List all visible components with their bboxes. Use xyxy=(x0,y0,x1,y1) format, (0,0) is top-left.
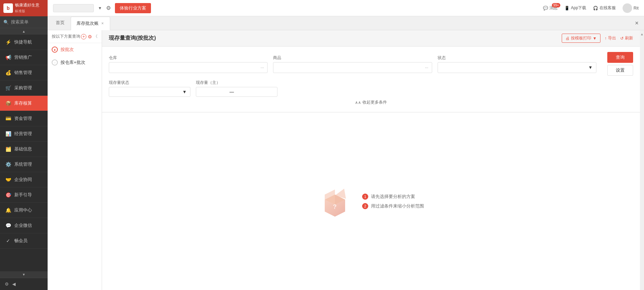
system-icon: ⚙️ xyxy=(5,161,12,168)
messages-button[interactable]: 💬 消息 99+ xyxy=(543,5,558,11)
sidebar-scroll-down[interactable]: ▼ xyxy=(0,271,48,278)
sidebar-item-wechat[interactable]: 💬 企业微信 xyxy=(0,218,48,233)
empty-tip-1: 1 请先选择要分析的方案 xyxy=(362,194,424,200)
sidebar-item-label: 基础信息 xyxy=(14,146,32,152)
add-scheme-icon[interactable]: + xyxy=(81,34,86,39)
sidebar-header: b 畅康通好生意 标准版 xyxy=(0,0,48,16)
left-panel: 按以下方案查询 + ⚙ 《 ● 按批次 ○ 按仓库+批次 xyxy=(48,30,102,290)
sidebar-item-purchase[interactable]: 🛒 采购管理 xyxy=(0,80,48,96)
warehouse-input[interactable]: ··· xyxy=(109,62,268,73)
trial-industry-button[interactable]: 体验行业方案 xyxy=(115,3,151,13)
export-button[interactable]: ↑ 导出 xyxy=(605,35,616,41)
sidebar-item-sales[interactable]: 💰 销售管理 xyxy=(0,65,48,80)
sidebar-nav: ⚡ 快捷导航 📢 营销推广 💰 销售管理 🛒 采购管理 📦 库存核算 💳 资金管… xyxy=(0,35,48,271)
tab-close-icon[interactable]: × xyxy=(101,21,104,26)
settings-button[interactable]: 设置 xyxy=(607,65,633,76)
status-label: 状态 xyxy=(438,55,596,61)
stock-quantity-min[interactable] xyxy=(200,89,227,94)
tip-2-text: 用过滤条件来缩小分析范围 xyxy=(371,203,424,209)
status-input[interactable]: ▼ xyxy=(438,62,596,73)
sidebar-item-label: 企业协同 xyxy=(14,177,32,183)
scheme-item-warehouse-batch[interactable]: ○ 按仓库+批次 xyxy=(48,56,102,69)
sidebar-scroll-up[interactable]: ▲ xyxy=(0,28,48,35)
tab-inventory-batch[interactable]: 库存批次账 × xyxy=(71,17,110,30)
refresh-icon: ↺ xyxy=(620,36,624,41)
warehouse-label: 仓库 xyxy=(109,55,268,61)
appstore-icon: 🔔 xyxy=(5,207,12,214)
settings-scheme-icon[interactable]: ⚙ xyxy=(88,34,92,39)
messages-badge: 99+ xyxy=(552,3,560,7)
query-button[interactable]: 查询 xyxy=(607,52,633,63)
sidebar-item-basic[interactable]: 🗂️ 基础信息 xyxy=(0,142,48,157)
sidebar-settings-icon[interactable]: ⚙ xyxy=(5,282,9,287)
sidebar-collapse-icon[interactable]: ◀ xyxy=(12,282,16,287)
stock-quantity-range[interactable]: — xyxy=(196,87,277,97)
online-service-button[interactable]: 🎧 在线客服 xyxy=(593,5,616,11)
quicknav-icon: ⚡ xyxy=(5,39,12,46)
sidebar-item-member[interactable]: ✓ 畅会员 xyxy=(0,233,48,249)
stock-status-field: 现存量状态 ▼ xyxy=(109,80,190,97)
topbar-dropdown-button[interactable]: ▼ xyxy=(98,6,102,11)
empty-visual: ? 1 请先选择要分析的方案 2 用过滤条件来缩小分析范围 xyxy=(318,184,424,218)
sidebar-item-finance[interactable]: 💳 资金管理 xyxy=(0,111,48,126)
collapse-icon: ∧∧ xyxy=(355,100,361,105)
wechat-icon: 💬 xyxy=(5,222,12,229)
phone-icon: 📱 xyxy=(564,6,570,11)
warehouse-more-icon: ··· xyxy=(260,65,264,70)
guide-icon: 🎯 xyxy=(5,192,12,198)
enterprise-icon: 🤝 xyxy=(5,176,12,183)
sidebar-item-label: 库存核算 xyxy=(14,100,32,106)
app-download-button[interactable]: 📱 App下载 xyxy=(564,5,586,11)
left-panel-header: 按以下方案查询 + ⚙ 《 xyxy=(48,30,102,43)
sidebar-item-label: 营销推广 xyxy=(14,54,32,60)
template-print-label: 按模板打印 xyxy=(571,35,591,41)
sidebar-item-appstore[interactable]: 🔔 应用中心 xyxy=(0,203,48,218)
sidebar-item-guide[interactable]: 🎯 新手引导 xyxy=(0,187,48,203)
filter-area: 仓库 ··· 商品 ··· 状态 xyxy=(102,47,640,112)
page-header-actions: 🖨 按模板打印 ▼ ↑ 导出 ↺ 刷新 xyxy=(562,34,633,43)
scroll-up-arrow[interactable]: ▲ xyxy=(640,32,644,37)
stock-status-select[interactable]: ▼ xyxy=(109,87,190,97)
sidebar-search-label: 搜索菜单 xyxy=(11,19,29,25)
warehouse-field: 仓库 ··· xyxy=(109,55,268,73)
sidebar-item-label: 采购管理 xyxy=(14,85,32,91)
sidebar-item-label: 应用中心 xyxy=(14,207,32,213)
product-input[interactable]: ··· xyxy=(273,62,432,73)
product-more-icon: ··· xyxy=(425,65,428,70)
status-dropdown-icon: ▼ xyxy=(588,65,593,70)
user-profile-button[interactable]: Rit xyxy=(623,3,639,13)
stock-quantity-max[interactable] xyxy=(237,89,264,94)
product-label: 商品 xyxy=(273,55,432,61)
export-label: 导出 xyxy=(608,35,616,41)
finance-icon: 💳 xyxy=(5,115,12,122)
tab-panel-close-button[interactable]: × xyxy=(632,17,641,30)
sidebar-item-label: 经营管理 xyxy=(14,131,32,137)
tip-2-number: 2 xyxy=(362,203,368,209)
print-dropdown-icon: ▼ xyxy=(593,36,597,41)
sidebar-item-operation[interactable]: 📊 经营管理 xyxy=(0,126,48,142)
tab-label: 库存批次账 xyxy=(77,20,99,26)
stock-status-label: 现存量状态 xyxy=(109,80,190,86)
scheme-item-batch[interactable]: ● 按批次 xyxy=(48,43,102,56)
topbar-search-input[interactable] xyxy=(53,4,94,12)
online-service-label: 在线客服 xyxy=(599,5,616,11)
sidebar-item-marketing[interactable]: 📢 营销推广 xyxy=(0,50,48,65)
collapse-more-button[interactable]: ∧∧ 收起更多条件 xyxy=(109,98,633,107)
main-area: ▼ ⚙ 体验行业方案 💬 消息 99+ 📱 App下载 🎧 在线客服 Rit xyxy=(48,0,644,290)
tab-home[interactable]: 首页 xyxy=(50,16,70,30)
sidebar-item-quicknav[interactable]: ⚡ 快捷导航 xyxy=(0,35,48,50)
sidebar-search[interactable]: 🔍 搜索菜单 xyxy=(0,16,48,28)
right-panel: 现存量查询(按批次) 🖨 按模板打印 ▼ ↑ 导出 ↺ 刷新 xyxy=(102,30,640,290)
sidebar-item-system[interactable]: ⚙️ 系统管理 xyxy=(0,157,48,172)
sidebar-item-label: 快捷导航 xyxy=(14,39,32,45)
refresh-button[interactable]: ↺ 刷新 xyxy=(620,35,633,41)
sidebar-item-inventory[interactable]: 📦 库存核算 xyxy=(0,96,48,111)
basic-icon: 🗂️ xyxy=(5,146,12,152)
collapse-panel-icon[interactable]: 《 xyxy=(94,34,98,39)
template-print-button[interactable]: 🖨 按模板打印 ▼ xyxy=(562,34,600,43)
sidebar-item-label: 畅会员 xyxy=(14,238,28,244)
sidebar-item-enterprise[interactable]: 🤝 企业协同 xyxy=(0,172,48,187)
inventory-icon: 📦 xyxy=(5,100,12,107)
sales-icon: 💰 xyxy=(5,69,12,76)
topbar-gear-icon[interactable]: ⚙ xyxy=(106,5,111,11)
